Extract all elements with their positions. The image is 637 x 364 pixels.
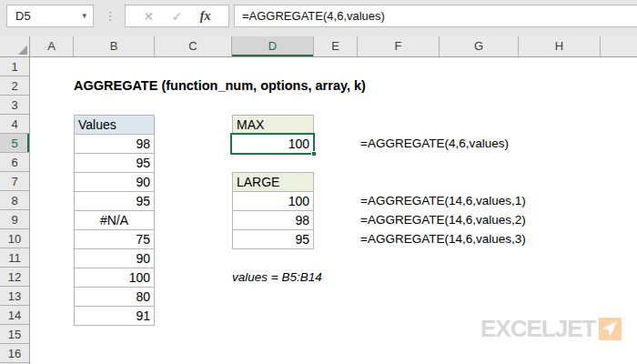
row-header-15[interactable]: 15	[0, 325, 29, 344]
column-header-e[interactable]: E	[314, 36, 358, 56]
exceljet-logo: EXCELJET	[480, 315, 622, 343]
row-header-6[interactable]: 6	[0, 153, 29, 172]
column-header-h[interactable]: H	[519, 36, 601, 56]
excel-window: D5 ▾ ⋮ ✕ ✓ fx =AGGREGATE(4,6,values) A B…	[0, 0, 637, 364]
column-header-row: A B C D E F G H	[0, 36, 637, 57]
worksheet-grid: AGGREGATE (function_num, options, array,…	[30, 57, 637, 364]
formula-bar: D5 ▾ ⋮ ✕ ✓ fx =AGGREGATE(4,6,values)	[0, 0, 637, 36]
insert-function-icon[interactable]: fx	[200, 9, 211, 24]
resize-handle-icon[interactable]: ⋮	[103, 5, 117, 27]
values-cell-b9-error[interactable]: #N/A	[74, 210, 155, 230]
row-header-2[interactable]: 2	[0, 76, 29, 96]
column-header-f[interactable]: F	[358, 36, 440, 56]
row-header-7[interactable]: 7	[0, 172, 29, 191]
selected-cell-value: 100	[288, 136, 309, 151]
row-header-14[interactable]: 14	[0, 306, 29, 325]
exceljet-logo-text: EXCELJET	[480, 315, 595, 343]
select-all-button[interactable]	[0, 36, 30, 56]
large-cell-d9[interactable]: 98	[232, 210, 314, 230]
column-header-b[interactable]: B	[74, 36, 155, 56]
large-header-cell[interactable]: LARGE	[232, 172, 314, 192]
row-header-9[interactable]: 9	[0, 210, 29, 229]
row-header-12[interactable]: 12	[0, 268, 29, 287]
formula-input[interactable]: =AGGREGATE(4,6,values)	[234, 5, 637, 27]
row-header-column: 1 2 3 4 5 6 7 8 9 10 11 12 13 14 15 16	[0, 57, 30, 364]
column-header-g[interactable]: G	[440, 36, 519, 56]
fill-handle[interactable]	[311, 151, 317, 157]
enter-icon[interactable]: ✓	[172, 9, 183, 24]
column-header-a[interactable]: A	[30, 36, 74, 56]
row-header-1[interactable]: 1	[0, 57, 29, 76]
values-cell-b6[interactable]: 95	[74, 153, 155, 173]
values-cell-b10[interactable]: 75	[74, 229, 155, 249]
values-cell-b12[interactable]: 100	[74, 268, 155, 288]
row-header-10[interactable]: 10	[0, 229, 29, 248]
values-cell-b7[interactable]: 90	[74, 172, 155, 192]
row-header-13[interactable]: 13	[0, 287, 29, 306]
formula-buttons: ✕ ✓ fx	[125, 5, 229, 27]
cancel-icon[interactable]: ✕	[143, 9, 154, 24]
values-header-cell[interactable]: Values	[74, 115, 155, 135]
paper-plane-icon	[599, 318, 622, 340]
name-box-value: D5	[15, 9, 31, 23]
named-range-note[interactable]: values = B5:B14	[232, 268, 314, 288]
formula-text-f5[interactable]: =AGGREGATE(4,6,values)	[360, 134, 561, 154]
name-box[interactable]: D5 ▾	[6, 5, 94, 27]
column-header-d-selected[interactable]: D	[232, 36, 314, 56]
large-cell-d8[interactable]: 100	[232, 191, 314, 211]
row-header-3[interactable]: 3	[0, 96, 29, 115]
row-header-5-selected[interactable]: 5	[0, 134, 29, 153]
row-header-8[interactable]: 8	[0, 191, 29, 210]
formula-text-f8[interactable]: =AGGREGATE(14,6,values,1)	[360, 191, 561, 211]
values-cell-b11[interactable]: 90	[74, 248, 155, 268]
row-header-4[interactable]: 4	[0, 115, 29, 134]
selected-cell-d5[interactable]: 100	[230, 133, 315, 155]
max-header-cell[interactable]: MAX	[232, 115, 314, 135]
values-cell-b14[interactable]: 91	[74, 306, 155, 326]
formula-text-f9[interactable]: =AGGREGATE(14,6,values,2)	[360, 210, 561, 230]
column-header-c[interactable]: C	[155, 36, 232, 56]
row-header-16[interactable]: 16	[0, 344, 29, 363]
large-cell-d10[interactable]: 95	[232, 229, 314, 249]
formula-text-f10[interactable]: =AGGREGATE(14,6,values,3)	[360, 229, 561, 249]
values-cell-b5[interactable]: 98	[74, 134, 155, 154]
sheet-title-cell[interactable]: AGGREGATE (function_num, options, array,…	[74, 76, 155, 96]
row-header-11[interactable]: 11	[0, 248, 29, 268]
chevron-down-icon[interactable]: ▾	[82, 5, 86, 26]
column-header-blank[interactable]	[601, 36, 637, 56]
values-cell-b8[interactable]: 95	[74, 191, 155, 211]
values-cell-b13[interactable]: 80	[74, 287, 155, 307]
